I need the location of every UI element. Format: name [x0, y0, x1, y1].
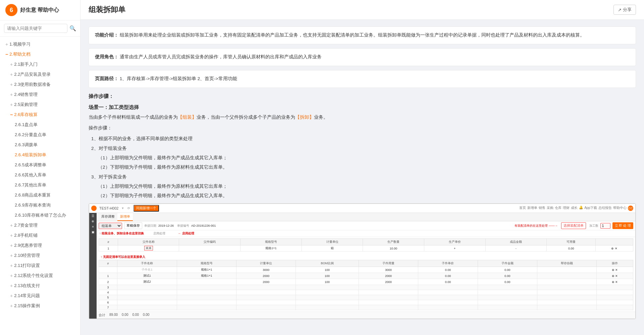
sidebar-logo: 6 好生意 帮助中心	[0, 0, 80, 20]
sidebar-item-stock-error[interactable]: 2.6.10库存账本错了怎么办	[0, 210, 80, 220]
sidebar-item-label: 2.5采购管理	[14, 102, 38, 108]
expand-icon: +	[10, 293, 13, 298]
search-input[interactable]	[4, 24, 67, 33]
footer-total3: 0.00	[132, 313, 139, 318]
sidebar-item-custom[interactable]: + 2.12系统个性化设置	[0, 271, 80, 281]
sidebar-item-label: 2.6.10库存账本错了怎么办	[15, 212, 66, 218]
main-content: 组装拆卸单 ↗ 分享 功能介绍： 组装拆卸单用来处理企业组装或拆卸等加工业务，支…	[80, 0, 644, 335]
mock-qty-input[interactable]	[600, 223, 610, 229]
search-box[interactable]: 🔍	[0, 20, 80, 37]
sidebar-item-stocktake[interactable]: 2.6.1盘点单	[0, 120, 80, 130]
step3: 3、对于拆卖业务	[91, 173, 636, 181]
sidebar-item-video[interactable]: + 1.视频学习	[0, 39, 80, 49]
expand-icon: +	[10, 243, 13, 248]
app-logo-icon: 6	[5, 4, 17, 16]
parent-name-cell: 米米	[144, 246, 153, 250]
expand-icon: +	[10, 62, 13, 67]
sidebar-item-online-pay[interactable]: + 2.13在线支付	[0, 281, 80, 291]
sidebar-item-purchase[interactable]: + 2.5采购管理	[0, 100, 80, 110]
expand-icon: +	[5, 42, 8, 47]
col-unit: 计量单位	[236, 260, 296, 267]
sidebar-item-label: 2.6.4组装拆卸单	[15, 152, 46, 158]
share-icon: ↗	[618, 7, 622, 12]
mock-order-label: 单据编号	[177, 224, 189, 228]
col-ops: 操作	[597, 260, 633, 267]
mock-tab-new[interactable]: 新增单	[117, 213, 133, 221]
table-row: 7	[99, 305, 633, 310]
sidebar-item-stock-query[interactable]: 2.6.9库存账本查询	[0, 200, 80, 210]
sidebar-item-inventory[interactable]: − 2.6库存核算	[0, 110, 80, 120]
sidebar-item-ops[interactable]: + 2.10经营管理	[0, 250, 80, 261]
col-ops	[596, 239, 633, 245]
mock-new-btn[interactable]: 同期新增一个	[133, 205, 159, 212]
mock-lower-table: # 子件名称 规格型号 计量单位 BOM比例 子件用量 子件单价 子件金额 帮存	[99, 260, 633, 310]
sidebar-item-label: 2.1新手入门	[14, 61, 38, 67]
col-unit-price: 子件单价	[418, 260, 478, 267]
row-delete-icon[interactable]: ✕	[615, 247, 618, 250]
sidebar-item-mobile[interactable]: + 2.8手机旺铺	[0, 230, 80, 240]
mock-type-select[interactable]: 组装单 拆卸单	[99, 223, 122, 229]
step2-sub1: （1）上部明细为父件明细，最终作为产成品生成其它入库单；	[98, 154, 636, 162]
sidebar-item-cases[interactable]: + 2.15操作案例	[0, 301, 80, 311]
share-label: 分享	[623, 7, 632, 13]
sidebar-item-finance[interactable]: + 2.7资金管理	[0, 220, 80, 230]
sidebar-item-coupon[interactable]: + 2.9优惠券管理	[0, 240, 80, 250]
mock-nav-icons: 首页 新增单 销售 采购 仓库 理财 成长 🔔 App下载 总结报告 帮助中心 …	[519, 206, 633, 211]
col-spec: 规格型号	[240, 239, 302, 245]
table-row: 1 测试1 规格1+1 2000 100 2000 0.00 0.00	[99, 273, 633, 279]
sidebar-item-other-in[interactable]: 2.6.6其他入库单	[0, 170, 80, 180]
nav-tree: + 1.视频学习 − 2.帮助文档 + 2.1新手入门 + 2.2产品安装及登录…	[0, 37, 80, 314]
collapse-icon: −	[5, 52, 8, 57]
sidebar-item-other-out[interactable]: 2.6.7其他出库单	[0, 180, 80, 190]
row-action-icon[interactable]: ⊕	[611, 247, 614, 250]
share-button[interactable]: ↗ 分享	[613, 5, 636, 15]
sidebar-item-label: 2.帮助文档	[9, 51, 31, 57]
sidebar-item-transfer[interactable]: 2.6.3调拨单	[0, 140, 80, 150]
mock-ok-btn[interactable]: 立 即 处 理	[612, 222, 633, 229]
sidebar-item-sales[interactable]: + 2.4销售管理	[0, 90, 80, 100]
sidebar-item-print[interactable]: + 2.11打印设置	[0, 261, 80, 271]
sidebar-item-cost-recalc[interactable]: 2.6.8商品成本重算	[0, 190, 80, 200]
sidebar-item-newbie[interactable]: + 2.1新手入门	[0, 59, 80, 69]
sidebar-item-data[interactable]: + 2.3使用前数据准备	[0, 79, 80, 90]
mock-save-btn[interactable]: 草稿保存	[124, 222, 142, 229]
scene1-desc: 当由多个子件材料组装成一个成品的业务为【组装】业务，当由一个父件拆分成多个子产品…	[89, 113, 636, 121]
sidebar-item-label: 2.6.7其他出库单	[15, 182, 46, 188]
sidebar-item-docs[interactable]: − 2.帮助文档	[0, 49, 80, 59]
table-row: 3	[99, 285, 633, 290]
sidebar-item-label: 2.14常见问题	[14, 293, 40, 299]
annotation-type-label: ↑ 组装业务、拆卸业务在这里切换	[99, 231, 144, 236]
table-row: 1 米米 规格1+1 箱 10.00 + - 0.00	[99, 245, 633, 252]
expand-icon: +	[10, 223, 13, 228]
mock-tab-list[interactable]: 库存调整	[99, 213, 117, 221]
sidebar-item-label: 2.6.8商品成本重算	[15, 192, 51, 198]
col-bom: BOM比例	[296, 260, 359, 267]
step2: 2、对于组装业务	[91, 145, 636, 153]
search-icon[interactable]: 🔍	[69, 25, 76, 32]
sidebar-item-label: 2.6.6其他入库单	[15, 172, 46, 178]
expand-icon: +	[10, 233, 13, 238]
mock-titlebar: TEST-H002 ▼ ⟳ 同期新增一个 首页 新增单 销售 采购 仓库 理财 …	[89, 204, 635, 213]
mock-date-label: 单据日期	[144, 224, 156, 228]
col-price: 生产单价	[424, 239, 485, 245]
mock-select-bom-btn[interactable]: 选择装配清单	[561, 222, 586, 229]
sidebar-item-install[interactable]: + 2.2产品安装及登录	[0, 69, 80, 79]
sidebar-item-faq[interactable]: + 2.14常见问题	[0, 291, 80, 301]
sidebar-item-assembly[interactable]: 2.6.4组装拆卸单	[0, 150, 80, 160]
sidebar-item-cost-adjust[interactable]: 2.6.5成本调整单	[0, 160, 80, 170]
ops-title: 操作步骤：	[89, 93, 636, 100]
mock-body: ☰ ⊕ ≡ ▣ 库存调整 新增单	[89, 213, 635, 319]
sidebar-item-label: 2.6.2分量盘点单	[15, 132, 46, 138]
mock-left-strip: ☰ ⊕ ≡ ▣	[89, 213, 97, 319]
expand-icon: +	[10, 283, 13, 288]
sidebar-item-label: 2.15操作案例	[14, 303, 40, 309]
role-text: 通常由生产人员或库管人员完成拆装业务的操作，库管人员确认原材料的出库和产成品的入…	[120, 54, 322, 59]
sidebar-item-label: 2.2产品安装及登录	[14, 71, 51, 77]
sidebar-item-split-count[interactable]: 2.6.2分量盘点单	[0, 130, 80, 140]
mock-tabs: 库存调整 新增单	[97, 213, 635, 221]
sidebar-item-label: 2.4销售管理	[14, 92, 38, 98]
sidebar-item-label: 2.9优惠券管理	[14, 242, 42, 248]
sidebar-item-label: 2.6库存核算	[14, 112, 38, 118]
expand-icon: +	[10, 253, 13, 258]
role-label: 使用角色：	[95, 54, 118, 59]
